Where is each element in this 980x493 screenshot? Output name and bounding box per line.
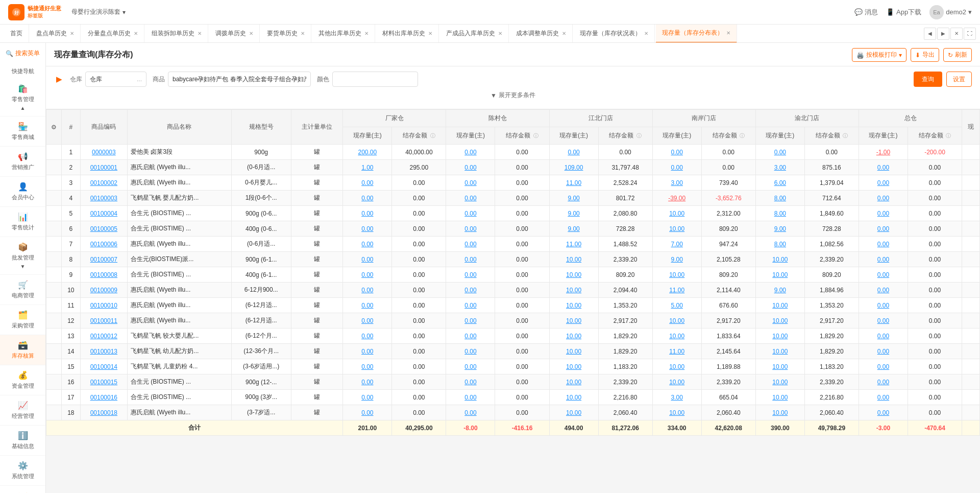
filter-toggle-icon[interactable]: ▶ [54, 74, 64, 84]
close-icon[interactable]: ✕ [70, 31, 74, 36]
page-header: 现存量查询(库存分布) 🖨️ 按模板打印 ▾ ⬇ 导出 ↻ 刷新 [46, 43, 980, 66]
tab-material-outbound[interactable]: 材料出库单历史 ✕ [376, 25, 439, 43]
close-icon[interactable]: ✕ [726, 30, 730, 36]
table-row: 400100003飞鹤星飞帆 婴儿配方奶...1段(0-6个...罐0.000.… [46, 191, 980, 206]
table-row: 600100005合生元 (BIOSTIME) ...400g (0-6...罐… [46, 221, 980, 237]
table-area[interactable]: ⚙ # 商品编码 商品名称 规格型号 主计量单位 厂家仓 陈村仓 江北门店 南岸… [46, 109, 980, 493]
print-button[interactable]: 🖨️ 按模板打印 ▾ [852, 48, 906, 62]
svg-text:好: 好 [14, 10, 19, 15]
sidebar-item-retail-mgmt[interactable]: 🛍️ 零售管理 ▲ [0, 79, 45, 116]
tab-other-outbound[interactable]: 其他出库单历史 ✕ [312, 25, 375, 43]
color-filter: 颜色 [317, 72, 418, 87]
export-button[interactable]: ⬇ 导出 [911, 48, 939, 62]
quick-nav-button[interactable]: 快捷导航 [0, 64, 45, 79]
close-icon[interactable]: ✕ [134, 31, 138, 36]
sidebar-item-system[interactable]: ⚙️ 系统管理 [0, 456, 45, 486]
setting-button[interactable]: 设置 [946, 72, 972, 87]
info-icon[interactable]: ⓘ [636, 133, 642, 138]
table-row: 800100007合生元(BIOSTIME)派...900g (6-1...罐0… [46, 252, 980, 267]
info-icon[interactable]: ⓘ [430, 133, 435, 138]
tab-split-count[interactable]: 分量盘点单历史 ✕ [82, 25, 144, 43]
user-menu[interactable]: Ea demo2 ▾ [929, 5, 972, 19]
sidebar-item-wholesale-mgmt[interactable]: 📦 批发管理 ▼ [0, 237, 45, 275]
sidebar-item-purchase[interactable]: 🗂️ 采购管理 [0, 305, 45, 335]
logo-text: 畅捷通好生意 标签版 [28, 5, 61, 19]
sidebar-item-basic-info[interactable]: ℹ️ 基础信息 [0, 426, 45, 456]
page-actions: 🖨️ 按模板打印 ▾ ⬇ 导出 ↻ 刷新 [852, 48, 972, 62]
page-title: 现存量查询(库存分布) [54, 50, 133, 60]
sidebar-item-finance[interactable]: 💰 资金管理 [0, 365, 45, 395]
warehouse-selector[interactable]: 仓库 ... [85, 72, 146, 87]
info-icon[interactable]: ⓘ [946, 133, 951, 138]
table-row: 10000003爱他美 卤莱3段900g罐200.0040,000.000.00… [46, 145, 980, 160]
sidebar-item-marketing[interactable]: 📢 营销推广 [0, 147, 45, 177]
refresh-button[interactable]: ↻ 刷新 [943, 48, 972, 62]
table-row: 1200100011惠氏启航 (Wyeth illu...(6-12月适...罐… [46, 313, 980, 328]
export-icon: ⬇ [915, 52, 920, 59]
expand-more-button[interactable]: ▼ 展开更多条件 [54, 87, 972, 104]
info-icon[interactable]: ⓘ [740, 133, 745, 138]
close-icon[interactable]: ✕ [428, 31, 432, 36]
col-nanan-amount: 结存金额 ⓘ [701, 127, 755, 145]
tab-assembly-dismantle[interactable]: 组装拆卸单历史 ✕ [145, 25, 208, 43]
sidebar-item-retail-mall[interactable]: 🏪 零售商城 [0, 116, 45, 147]
col-settings[interactable]: ⚙ [46, 110, 62, 145]
table-row: 500100004合生元 (BIOSTIME) ...900g (0-6...罐… [46, 206, 980, 221]
tab-home[interactable]: 首页 [4, 25, 29, 43]
member-center-icon: 👤 [18, 182, 28, 192]
group-yuebei: 渝北门店 [755, 110, 859, 127]
group-chen: 陈村仓 [446, 110, 549, 127]
close-icon[interactable]: ✕ [644, 31, 648, 36]
tab-stock-dist[interactable]: 现存量（库存分布表） ✕ [656, 25, 737, 43]
warehouse-filter: 仓库 仓库 ... [70, 72, 146, 87]
nav-maximize-button[interactable]: ⛶ [964, 28, 976, 40]
tab-cost-adjustment[interactable]: 成本调整单历史 ✕ [510, 25, 573, 43]
logo-icon: 好 [8, 4, 24, 20]
nav-close-all-button[interactable]: ✕ [950, 28, 963, 40]
sidebar-item-member-center[interactable]: 👤 会员中心 [0, 177, 45, 207]
tab-stock-status[interactable]: 现存量（库存状况表） ✕ [574, 25, 655, 43]
tab-inventory-count[interactable]: 盘点单历史 ✕ [30, 25, 81, 43]
search-icon: 🔍 [6, 50, 13, 57]
sidebar-item-ecommerce[interactable]: 🛒 电商管理 [0, 275, 45, 305]
top-bar: 好 畅捷通好生意 标签版 母婴行业演示陈套 ▾ 💬 消息 📱 App下载 Ea … [0, 0, 980, 25]
close-icon[interactable]: ✕ [249, 31, 253, 36]
table-row: 200100001惠氏启航 (Wyeth illu...(0-6月适...罐1.… [46, 160, 980, 175]
message-button[interactable]: 💬 消息 [854, 8, 878, 17]
product-input[interactable] [168, 72, 311, 87]
marketing-icon: 📢 [18, 152, 28, 161]
sidebar-item-operations[interactable]: 📈 经营管理 [0, 395, 45, 426]
search-button[interactable]: 🔍 搜索英单 [3, 47, 42, 60]
nav-next-button[interactable]: ▶ [937, 28, 949, 40]
col-chen-stock: 现存量(主) [446, 127, 495, 145]
tab-production-inbound[interactable]: 产成品入库单历史 ✕ [440, 25, 509, 43]
group-nanan: 南岸门店 [652, 110, 755, 127]
query-button[interactable]: 查询 [914, 72, 942, 87]
dropdown-arrow-icon: ▾ [122, 9, 126, 16]
sidebar-search-area: 🔍 搜索英单 [0, 43, 45, 64]
close-icon[interactable]: ✕ [562, 31, 566, 36]
download-icon: 📱 [886, 8, 894, 16]
retail-mall-icon: 🏪 [18, 122, 28, 131]
close-icon[interactable]: ✕ [498, 31, 502, 36]
app-download-button[interactable]: 📱 App下载 [886, 8, 921, 17]
sidebar-item-enterprise[interactable]: 🤝 企业协同 [0, 486, 45, 493]
col-extra: 现 [962, 110, 980, 145]
close-icon[interactable]: ✕ [364, 31, 369, 36]
info-icon[interactable]: ⓘ [843, 133, 848, 138]
color-input[interactable] [332, 72, 418, 87]
inventory-icon: 🗃️ [18, 340, 28, 350]
table-row: 1600100015合生元 (BIOSTIME) ...900g (12-...… [46, 374, 980, 390]
nav-prev-button[interactable]: ◀ [924, 28, 936, 40]
enterprise-icon: 🤝 [18, 491, 28, 493]
sidebar-item-inventory[interactable]: 🗃️ 库存核算 [0, 335, 45, 365]
industry-selector[interactable]: 母婴行业演示陈套 ▾ [71, 8, 126, 16]
tab-transfer-history[interactable]: 调拨单历史 ✕ [209, 25, 260, 43]
top-bar-left: 好 畅捷通好生意 标签版 母婴行业演示陈套 ▾ [8, 4, 126, 20]
close-icon[interactable]: ✕ [301, 31, 305, 36]
sidebar-item-retail-stats[interactable]: 📊 零售统计 [0, 207, 45, 237]
info-icon[interactable]: ⓘ [533, 133, 538, 138]
table-row: 1000100009惠氏启航 (Wyeth illu...6-12月900...… [46, 283, 980, 298]
tab-requisition-history[interactable]: 要货单历史 ✕ [261, 25, 311, 43]
close-icon[interactable]: ✕ [198, 31, 202, 36]
